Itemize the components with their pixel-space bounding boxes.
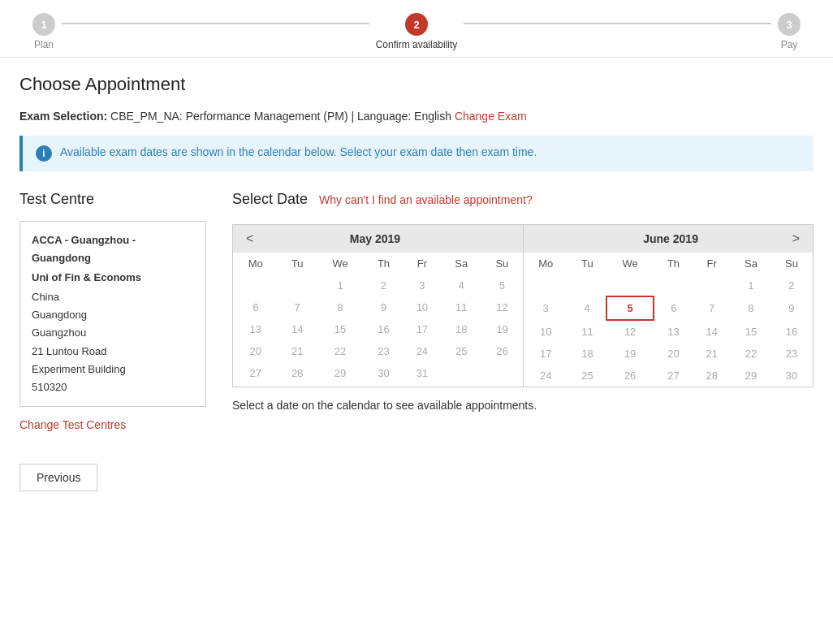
step-2-label: Confirm availability bbox=[376, 39, 458, 50]
table-row[interactable]: 10 bbox=[404, 296, 442, 318]
table-row[interactable]: 22 bbox=[317, 340, 365, 362]
table-row[interactable]: 7 bbox=[278, 296, 317, 318]
table-row[interactable]: 7 bbox=[693, 296, 731, 320]
test-centre-name-line2: Uni of Fin & Economs bbox=[32, 269, 194, 287]
table-row[interactable]: 29 bbox=[731, 365, 771, 387]
table-row[interactable]: 20 bbox=[654, 343, 693, 365]
table-row[interactable]: 25 bbox=[568, 365, 606, 387]
step-1-circle: 1 bbox=[32, 13, 55, 36]
table-row[interactable]: 31 bbox=[404, 362, 442, 384]
table-row[interactable]: 2 bbox=[771, 274, 812, 296]
june-day-th: Th bbox=[654, 253, 693, 274]
table-row[interactable]: 26 bbox=[481, 340, 522, 362]
table-row[interactable]: 24 bbox=[524, 365, 568, 387]
table-row[interactable]: 18 bbox=[441, 318, 481, 340]
table-row[interactable]: 17 bbox=[524, 343, 568, 365]
table-row[interactable]: 3 bbox=[404, 274, 442, 296]
calendars-row: < May 2019 Mo Tu We Th bbox=[233, 225, 813, 387]
table-row[interactable]: 2 bbox=[364, 274, 403, 296]
table-row[interactable]: 23 bbox=[771, 343, 812, 365]
table-row[interactable]: 4 bbox=[568, 296, 606, 320]
table-row[interactable]: 5 bbox=[481, 274, 522, 296]
table-row[interactable]: 5 bbox=[606, 296, 654, 320]
table-row[interactable]: 20 bbox=[233, 340, 278, 362]
june-day-we: We bbox=[606, 253, 654, 274]
test-centre-city: Guangzhou bbox=[32, 324, 194, 342]
table-row[interactable]: 30 bbox=[364, 362, 403, 384]
may-day-mo: Mo bbox=[233, 253, 278, 274]
table-row[interactable]: 19 bbox=[606, 343, 654, 365]
table-row[interactable]: 28 bbox=[278, 362, 317, 384]
bottom-bar: Previous bbox=[0, 447, 833, 508]
change-test-centres-link[interactable]: Change Test Centres bbox=[19, 418, 126, 431]
step-3-circle: 3 bbox=[778, 13, 801, 36]
table-row[interactable]: 14 bbox=[693, 320, 731, 343]
table-row[interactable]: 27 bbox=[654, 365, 693, 387]
june-day-sa: Sa bbox=[731, 253, 771, 274]
table-row[interactable]: 3 bbox=[524, 296, 568, 320]
table-row[interactable]: 22 bbox=[731, 343, 771, 365]
table-row[interactable]: 26 bbox=[606, 365, 654, 387]
table-row[interactable]: 16 bbox=[771, 320, 812, 343]
may-day-sa: Sa bbox=[441, 253, 481, 274]
calendar-note: Select a date on the calendar to see ava… bbox=[232, 387, 814, 415]
table-row[interactable]: 15 bbox=[317, 318, 365, 340]
table-row[interactable]: 9 bbox=[771, 296, 812, 320]
step-1-label: Plan bbox=[34, 39, 54, 50]
exam-selection-value: CBE_PM_NA: Performance Management (PM) |… bbox=[110, 110, 451, 123]
info-text: Available exam dates are shown in the ca… bbox=[60, 145, 537, 158]
test-centre-country: China bbox=[32, 288, 194, 306]
table-row[interactable]: 30 bbox=[771, 365, 812, 387]
june-header: June 2019 > bbox=[524, 225, 814, 253]
table-row[interactable]: 14 bbox=[278, 318, 317, 340]
table-row[interactable]: 4 bbox=[441, 274, 481, 296]
table-row[interactable]: 9 bbox=[364, 296, 403, 318]
table-row[interactable]: 13 bbox=[233, 318, 278, 340]
table-row[interactable]: 11 bbox=[568, 320, 606, 343]
table-row[interactable]: 1 bbox=[731, 274, 771, 296]
exam-selection-row: Exam Selection: CBE_PM_NA: Performance M… bbox=[19, 110, 814, 123]
test-centre-name-line1: ACCA - Guangzhou - Guangdong bbox=[32, 231, 194, 267]
june-day-fr: Fr bbox=[693, 253, 731, 274]
table-row[interactable]: 11 bbox=[441, 296, 481, 318]
table-row[interactable]: 6 bbox=[233, 296, 278, 318]
table-row[interactable]: 18 bbox=[568, 343, 606, 365]
table-row[interactable]: 21 bbox=[693, 343, 731, 365]
table-row[interactable]: 13 bbox=[654, 320, 693, 343]
table-row[interactable]: 19 bbox=[481, 318, 522, 340]
table-row bbox=[278, 274, 317, 296]
table-row[interactable]: 29 bbox=[317, 362, 365, 384]
test-centre-column: Test Centre ACCA - Guangzhou - Guangdong… bbox=[19, 191, 206, 431]
table-row bbox=[606, 274, 654, 296]
table-row[interactable]: 23 bbox=[364, 340, 403, 362]
prev-month-button[interactable]: < bbox=[243, 231, 257, 246]
table-row[interactable]: 15 bbox=[731, 320, 771, 343]
may-day-fr: Fr bbox=[404, 253, 442, 274]
next-month-button[interactable]: > bbox=[789, 231, 803, 246]
table-row[interactable]: 10 bbox=[524, 320, 568, 343]
june-title: June 2019 bbox=[643, 232, 698, 245]
table-row bbox=[654, 274, 693, 296]
june-calendar: June 2019 > Mo Tu We Th Fr bbox=[524, 225, 814, 387]
previous-button[interactable]: Previous bbox=[19, 464, 97, 491]
table-row[interactable]: 8 bbox=[317, 296, 365, 318]
table-row[interactable]: 12 bbox=[481, 296, 522, 318]
table-row[interactable]: 8 bbox=[731, 296, 771, 320]
table-row[interactable]: 1 bbox=[317, 274, 365, 296]
table-row[interactable]: 21 bbox=[278, 340, 317, 362]
table-row[interactable]: 27 bbox=[233, 362, 278, 384]
select-date-header: Select Date Why can't I find an availabl… bbox=[232, 191, 814, 208]
table-row[interactable]: 12 bbox=[606, 320, 654, 343]
june-day-mo: Mo bbox=[524, 253, 568, 274]
table-row[interactable]: 25 bbox=[441, 340, 481, 362]
change-exam-link[interactable]: Change Exam bbox=[455, 110, 527, 123]
table-row[interactable]: 24 bbox=[404, 340, 442, 362]
table-row[interactable]: 6 bbox=[654, 296, 693, 320]
why-link[interactable]: Why can't I find an available appointmen… bbox=[319, 193, 533, 206]
exam-selection-label: Exam Selection: bbox=[19, 110, 107, 123]
table-row[interactable]: 16 bbox=[364, 318, 403, 340]
step-3: 3 Pay bbox=[778, 13, 801, 50]
table-row[interactable]: 17 bbox=[404, 318, 442, 340]
select-date-column: Select Date Why can't I find an availabl… bbox=[232, 191, 814, 415]
table-row[interactable]: 28 bbox=[693, 365, 731, 387]
